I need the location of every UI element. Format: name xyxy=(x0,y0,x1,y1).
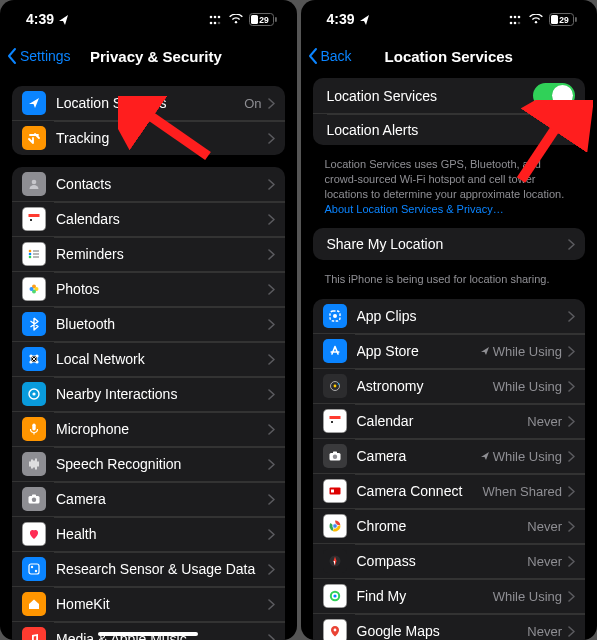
row-camera[interactable]: Camera xyxy=(12,481,285,516)
row-local-network[interactable]: Local Network xyxy=(12,341,285,376)
svg-point-12 xyxy=(32,180,37,185)
row-camera-connect[interactable]: Camera ConnectWhen Shared xyxy=(313,473,586,508)
svg-point-5 xyxy=(217,15,220,18)
chevron-right-icon xyxy=(268,529,275,540)
row-label: Speech Recognition xyxy=(56,456,268,472)
chevron-right-icon xyxy=(268,494,275,505)
row-photos[interactable]: Photos xyxy=(12,271,285,306)
chevron-right-icon xyxy=(268,634,275,641)
row-location-alerts[interactable]: Location Alerts xyxy=(313,113,586,145)
row-google-maps[interactable]: Google MapsNever xyxy=(313,613,586,640)
row-compass[interactable]: CompassNever xyxy=(313,543,586,578)
chevron-right-icon xyxy=(568,591,575,602)
back-label: Settings xyxy=(20,48,71,64)
row-research-sensor[interactable]: Research Sensor & Usage Data xyxy=(12,551,285,586)
findmy-icon xyxy=(323,584,347,608)
svg-rect-15 xyxy=(30,219,32,221)
chevron-right-icon xyxy=(268,459,275,470)
svg-rect-61 xyxy=(333,452,337,454)
localnet-icon xyxy=(22,347,46,371)
svg-point-37 xyxy=(31,566,33,568)
row-value: Never xyxy=(527,554,562,569)
mic-icon xyxy=(22,417,46,441)
chevron-right-icon xyxy=(268,599,275,610)
cameraconnect-icon xyxy=(323,479,347,503)
row-homekit[interactable]: HomeKit xyxy=(12,586,285,621)
svg-point-52 xyxy=(333,314,337,318)
screenshot-location-services: 4:39 29 Back Location Services Lo xyxy=(301,0,598,640)
share-location-footer: This iPhone is being used for location s… xyxy=(313,272,586,299)
chevron-right-icon xyxy=(568,626,575,637)
row-location-services[interactable]: Location ServicesOn xyxy=(12,86,285,120)
svg-rect-36 xyxy=(29,564,39,574)
location-indicator-icon xyxy=(359,14,370,25)
row-label: Chrome xyxy=(357,518,528,534)
camera-icon xyxy=(323,444,347,468)
back-button[interactable]: Back xyxy=(307,47,352,65)
health-icon xyxy=(22,522,46,546)
location-services-group: Location Services Location Alerts xyxy=(313,78,586,145)
svg-point-0 xyxy=(209,21,212,24)
row-label: Health xyxy=(56,526,268,542)
row-label: App Clips xyxy=(357,308,569,324)
svg-rect-20 xyxy=(33,253,39,254)
location-services-toggle[interactable] xyxy=(533,83,575,108)
row-calendars[interactable]: Calendars xyxy=(12,201,285,236)
row-find-my[interactable]: Find MyWhile Using xyxy=(313,578,586,613)
row-label: Bluetooth xyxy=(56,316,268,332)
astronomy-icon xyxy=(323,374,347,398)
status-time: 4:39 xyxy=(327,11,355,27)
row-label: App Store xyxy=(357,343,480,359)
row-media-music[interactable]: Media & Apple Music xyxy=(12,621,285,640)
row-microphone[interactable]: Microphone xyxy=(12,411,285,446)
back-button[interactable]: Settings xyxy=(6,47,71,65)
camera-icon xyxy=(22,487,46,511)
row-app-clips[interactable]: App Clips xyxy=(313,299,586,333)
svg-rect-14 xyxy=(29,214,40,217)
row-contacts[interactable]: Contacts xyxy=(12,167,285,201)
row-calendar[interactable]: CalendarNever xyxy=(313,403,586,438)
row-tracking[interactable]: Tracking xyxy=(12,120,285,155)
music-icon xyxy=(22,627,46,640)
row-astronomy[interactable]: AstronomyWhile Using xyxy=(313,368,586,403)
row-label: Camera xyxy=(56,491,268,507)
chevron-right-icon xyxy=(268,249,275,260)
svg-rect-49 xyxy=(575,17,577,22)
svg-rect-21 xyxy=(33,256,39,257)
row-reminders[interactable]: Reminders xyxy=(12,236,285,271)
svg-point-40 xyxy=(510,21,513,24)
chevron-right-icon xyxy=(268,133,275,144)
chevron-right-icon xyxy=(568,486,575,497)
svg-point-16 xyxy=(29,250,32,253)
chevron-right-icon xyxy=(268,214,275,225)
reminders-icon xyxy=(22,242,46,266)
row-label: Tracking xyxy=(56,130,268,146)
svg-point-71 xyxy=(333,629,336,632)
row-health[interactable]: Health xyxy=(12,516,285,551)
chevron-right-icon xyxy=(268,389,275,400)
svg-point-43 xyxy=(510,15,513,18)
row-speech-recognition[interactable]: Speech Recognition xyxy=(12,446,285,481)
svg-point-45 xyxy=(518,15,521,18)
row-label: Astronomy xyxy=(357,378,493,394)
row-chrome[interactable]: ChromeNever xyxy=(313,508,586,543)
row-bluetooth[interactable]: Bluetooth xyxy=(12,306,285,341)
chevron-right-icon xyxy=(268,284,275,295)
status-bar: 4:39 29 xyxy=(0,0,297,38)
row-share-my-location[interactable]: Share My Location xyxy=(313,228,586,260)
row-app-store[interactable]: App StoreWhile Using xyxy=(313,333,586,368)
speech-icon xyxy=(22,452,46,476)
svg-point-70 xyxy=(333,595,336,598)
row-camera[interactable]: CameraWhile Using xyxy=(313,438,586,473)
row-nearby-interactions[interactable]: Nearby Interactions xyxy=(12,376,285,411)
apps-group: App ClipsApp StoreWhile UsingAstronomyWh… xyxy=(313,299,586,640)
chevron-right-icon xyxy=(568,311,575,322)
appclips-icon xyxy=(323,304,347,328)
row-label: Location Alerts xyxy=(327,122,569,138)
row-location-services-toggle[interactable]: Location Services xyxy=(313,78,586,113)
row-label: Camera Connect xyxy=(357,483,483,499)
about-privacy-link[interactable]: About Location Services & Privacy… xyxy=(325,203,504,215)
svg-point-60 xyxy=(332,455,336,459)
svg-rect-9 xyxy=(251,15,258,24)
svg-point-41 xyxy=(514,21,517,24)
